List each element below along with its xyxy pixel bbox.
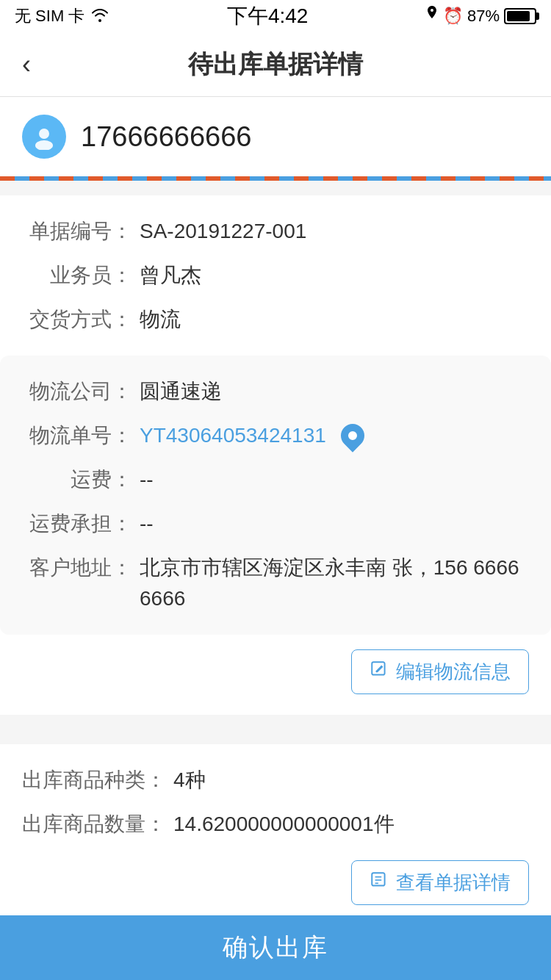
edit-logistics-label: 编辑物流信息 — [396, 659, 511, 685]
confirm-button[interactable]: 确认出库 — [0, 915, 551, 980]
edit-btn-row: 编辑物流信息 — [0, 649, 551, 715]
company-label: 物流公司： — [22, 376, 140, 407]
goods-quantity-label: 出库商品数量： — [22, 809, 173, 840]
freight-bear-value: -- — [140, 508, 529, 539]
view-detail-button[interactable]: 查看单据详情 — [351, 860, 529, 905]
company-row: 物流公司： 圆通速递 — [22, 376, 529, 407]
freight-bear-row: 运费承担： -- — [22, 508, 529, 539]
logistics-section: 物流公司： 圆通速递 物流单号： YT43064053424131 运费： --… — [0, 356, 551, 715]
goods-quantity-value: 14.620000000000001件 — [173, 809, 529, 840]
goods-section: 出库商品种类： 4种 出库商品数量： 14.620000000000001件 — [0, 744, 551, 860]
address-row: 客户地址： 北京市市辖区海淀区永丰南 张，156 6666 6666 — [22, 552, 529, 614]
dashed-separator — [0, 176, 551, 181]
avatar — [22, 115, 66, 159]
status-time: 下午4:42 — [227, 2, 309, 30]
tracking-label: 物流单号： — [22, 420, 140, 451]
status-left: 无 SIM 卡 — [15, 5, 109, 27]
alarm-icon: ⏰ — [443, 7, 463, 26]
page-title: 待出库单据详情 — [188, 48, 363, 82]
status-right: ⏰ 87% — [425, 6, 536, 26]
list-icon — [370, 871, 389, 895]
back-button[interactable]: ‹ — [22, 49, 31, 80]
edit-icon — [370, 660, 389, 684]
freight-value: -- — [140, 464, 529, 495]
status-bar: 无 SIM 卡 下午4:42 ⏰ 87% — [0, 0, 551, 32]
salesman-row: 业务员： 曾凡杰 — [22, 260, 529, 291]
tracking-value: YT43064053424131 — [140, 420, 529, 451]
view-detail-label: 查看单据详情 — [396, 870, 511, 896]
sim-label: 无 SIM 卡 — [15, 5, 84, 27]
confirm-btn-label: 确认出库 — [223, 931, 328, 965]
logistics-card: 物流公司： 圆通速递 物流单号： YT43064053424131 运费： --… — [0, 356, 551, 635]
goods-types-row: 出库商品种类： 4种 — [22, 765, 529, 796]
customer-header: 17666666666 — [0, 97, 551, 176]
address-label: 客户地址： — [22, 552, 140, 583]
order-number-value: SA-20191227-001 — [140, 216, 529, 247]
customer-phone: 17666666666 — [81, 121, 251, 153]
svg-point-1 — [35, 140, 53, 150]
freight-bear-label: 运费承担： — [22, 508, 140, 539]
battery-percent: 87% — [467, 7, 500, 26]
salesman-label: 业务员： — [22, 260, 140, 291]
delivery-value: 物流 — [140, 304, 529, 335]
address-value: 北京市市辖区海淀区永丰南 张，156 6666 6666 — [140, 552, 529, 614]
delivery-label: 交货方式： — [22, 304, 140, 335]
location-icon — [425, 6, 439, 26]
company-value: 圆通速递 — [140, 376, 529, 407]
location-icon[interactable] — [336, 419, 369, 452]
edit-logistics-button[interactable]: 编辑物流信息 — [351, 649, 529, 694]
freight-label: 运费： — [22, 464, 140, 495]
delivery-row: 交货方式： 物流 — [22, 304, 529, 335]
order-number-label: 单据编号： — [22, 216, 140, 247]
goods-types-value: 4种 — [173, 765, 529, 796]
order-number-row: 单据编号： SA-20191227-001 — [22, 216, 529, 247]
svg-rect-2 — [372, 662, 384, 674]
salesman-value: 曾凡杰 — [140, 260, 529, 291]
tracking-row: 物流单号： YT43064053424131 — [22, 420, 529, 451]
goods-types-label: 出库商品种类： — [22, 765, 173, 796]
wifi-icon — [90, 6, 109, 26]
battery-icon — [504, 8, 536, 24]
basic-info-section: 单据编号： SA-20191227-001 业务员： 曾凡杰 交货方式： 物流 — [0, 195, 551, 356]
goods-quantity-row: 出库商品数量： 14.620000000000001件 — [22, 809, 529, 840]
nav-bar: ‹ 待出库单据详情 — [0, 32, 551, 97]
freight-row: 运费： -- — [22, 464, 529, 495]
section-divider — [0, 715, 551, 729]
svg-point-0 — [39, 129, 49, 139]
